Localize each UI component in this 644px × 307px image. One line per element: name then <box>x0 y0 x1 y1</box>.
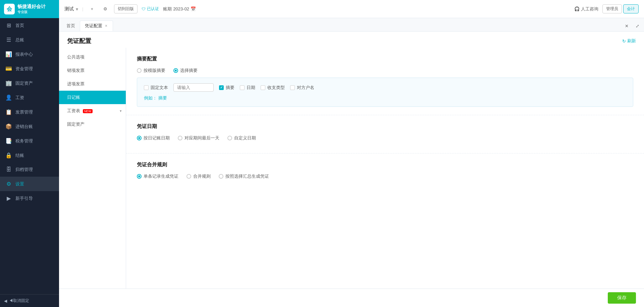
page: 凭证配置 ↻ 刷新 公共选项 销项发票 进项发票 <box>59 32 644 307</box>
sidebar-logo: 会 畅捷通好会计 专业版 <box>0 0 59 18</box>
radio-select-circle <box>173 68 178 73</box>
nav-item-purchase[interactable]: 进项发票 <box>59 77 126 91</box>
radio-select-summary[interactable]: 选择摘要 <box>173 68 198 74</box>
income-type-checkbox-box <box>261 85 265 90</box>
summary-section: 摘要配置 按模版摘要 选择摘要 <box>126 48 644 115</box>
user-group: 管理员 会计 <box>602 4 639 13</box>
sidebar-item-asset[interactable]: 🏢 固定资产 <box>0 76 59 90</box>
tabbar: 首页 凭证配置 × ✕ ⤢ <box>59 18 644 32</box>
content-area: 凭证配置 ↻ 刷新 公共选项 销项发票 进项发票 <box>59 32 644 307</box>
sidebar-item-home[interactable]: ⊞ 首页 <box>0 18 59 33</box>
sidebar-item-trade[interactable]: 📦 进销台账 <box>0 119 59 134</box>
merge-radio-group: 单条记录生成凭证 合并规则 按照选择汇总生成凭证 <box>137 173 633 179</box>
calendar-icon[interactable]: 📅 <box>191 6 196 11</box>
ledger-icon: ☰ <box>5 37 12 43</box>
tax-icon: 📑 <box>5 138 12 144</box>
counterparty-checkbox-box <box>290 85 295 90</box>
checkbox-summary[interactable]: 摘要 <box>219 85 234 91</box>
dropdown-arrow-icon: ▾ <box>76 6 78 12</box>
page-body: 公共选项 销项发票 进项发票 日记账 工资表 NEW ▾ <box>59 48 644 289</box>
shield-icon: 🛡 <box>142 7 146 11</box>
checkbox-counterparty[interactable]: 对方户名 <box>290 85 314 91</box>
fixed-text-input[interactable] <box>173 83 214 92</box>
home-icon: ⊞ <box>5 22 12 29</box>
tab-expand-button[interactable]: ⤢ <box>633 22 641 30</box>
user-button[interactable]: 管理员 <box>602 4 622 13</box>
nav-item-fixed-asset[interactable]: 固定资产 <box>59 118 126 131</box>
fixed-text-checkbox-box <box>144 85 149 90</box>
checkbox-fixed-text[interactable]: 固定文本 <box>144 85 168 91</box>
nav-item-payroll-table[interactable]: 工资表 NEW ▾ <box>59 104 126 118</box>
date-radio-group: 按日记账日期 对应期间最后一天 自定义日期 <box>137 135 633 141</box>
date-section-title: 凭证日期 <box>137 123 633 130</box>
guide-icon: ▶ <box>5 195 12 202</box>
single-record-radio-circle <box>137 174 142 179</box>
radio-template-summary[interactable]: 按模版摘要 <box>137 68 165 74</box>
invoice-icon: 📋 <box>5 109 12 115</box>
sidebar-item-tax[interactable]: 📑 税务管理 <box>0 134 59 148</box>
tab-close-window-button[interactable]: ✕ <box>623 22 631 30</box>
tab-close-button[interactable]: × <box>104 24 108 28</box>
sidebar-item-payroll[interactable]: 👤 工资 <box>0 90 59 105</box>
checkbox-date[interactable]: 日期 <box>240 85 255 91</box>
cancel-fixed-button[interactable]: ◀ ◀取消固定 <box>0 294 59 307</box>
summary-config-row: 固定文本 摘要 日期 <box>144 83 626 92</box>
asset-icon: 🏢 <box>5 80 12 86</box>
radio-single-record[interactable]: 单条记录生成凭证 <box>137 173 178 179</box>
radio-period-last[interactable]: 对应期间最后一天 <box>178 135 219 141</box>
sidebar-item-archive[interactable]: 🗄 归档管理 <box>0 163 59 177</box>
sidebar-item-guide[interactable]: ▶ 新手引导 <box>0 191 59 206</box>
settings-gear-button[interactable]: ⚙ <box>101 4 110 14</box>
refresh-button[interactable]: ↻ 刷新 <box>622 38 636 44</box>
custom-date-radio-circle <box>227 136 232 140</box>
date-checkbox-box <box>240 85 245 90</box>
date-section: 凭证日期 按日记账日期 对应期间最后一天 <box>126 115 644 154</box>
add-button[interactable]: + <box>87 4 97 14</box>
archive-icon: 🗄 <box>5 167 12 173</box>
radio-template-circle <box>137 68 142 73</box>
topbar-right: 🎧 人工咨询 管理员 会计 <box>574 4 639 13</box>
new-badge: NEW <box>83 109 93 113</box>
page-footer: 保存 <box>59 289 644 307</box>
sidebar-item-close[interactable]: 🔒 结账 <box>0 148 59 163</box>
merge-rule-radio-circle <box>186 174 191 179</box>
summary-checkbox-box <box>219 85 224 90</box>
sidebar-item-fund[interactable]: 💳 资金管理 <box>0 61 59 76</box>
sidebar-item-invoice[interactable]: 📋 发票管理 <box>0 105 59 119</box>
sidebar-item-ledger[interactable]: ☰ 总账 <box>0 33 59 47</box>
trade-icon: 📦 <box>5 123 12 130</box>
example-row: 例如： 摘要 <box>144 95 626 101</box>
payroll-icon: 👤 <box>5 94 12 101</box>
report-icon: 📊 <box>5 51 12 57</box>
topbar-divider: | <box>82 6 83 11</box>
close-account-icon: 🔒 <box>5 152 12 159</box>
nav-item-public[interactable]: 公共选项 <box>59 50 126 64</box>
summary-section-title: 摘要配置 <box>137 56 633 62</box>
topbar-period: 账期 2023-02 📅 <box>163 6 196 12</box>
headset-icon: 🎧 <box>574 6 580 11</box>
merge-section-title: 凭证合并规则 <box>137 162 633 168</box>
logo-sub-text: 专业版 <box>17 10 46 14</box>
nav-item-journal[interactable]: 日记账 <box>59 91 126 104</box>
consult-button[interactable]: 🎧 人工咨询 <box>574 6 598 12</box>
sidebar-item-report[interactable]: 📊 报表中心 <box>0 47 59 61</box>
save-button[interactable]: 保存 <box>608 292 636 304</box>
refresh-icon: ↻ <box>622 39 626 44</box>
radio-journal-date[interactable]: 按日记账日期 <box>137 135 170 141</box>
summary-config-box: 固定文本 摘要 日期 <box>137 78 633 107</box>
summary-radio-group: 按模版摘要 选择摘要 <box>137 68 633 74</box>
nav-item-sales[interactable]: 销项发票 <box>59 64 126 77</box>
cancel-fixed-icon: ◀ <box>4 299 7 303</box>
topbar: 测试 ▾ | + ⚙ 切到旧版 🛡 已认证 账期 2023-02 📅 🎧 人工咨… <box>59 0 644 18</box>
checkbox-income-type[interactable]: 收支类型 <box>261 85 285 91</box>
radio-select-merge[interactable]: 按照选择汇总生成凭证 <box>219 173 269 179</box>
sidebar-item-settings[interactable]: ⚙ 设置 <box>0 177 59 191</box>
main-area: 测试 ▾ | + ⚙ 切到旧版 🛡 已认证 账期 2023-02 📅 🎧 人工咨… <box>59 0 644 307</box>
radio-custom-date[interactable]: 自定义日期 <box>227 135 256 141</box>
tab-voucher-config[interactable]: 凭证配置 × <box>80 20 113 31</box>
radio-merge-rule[interactable]: 合并规则 <box>186 173 211 179</box>
switch-old-button[interactable]: 切到旧版 <box>114 4 138 13</box>
topbar-project[interactable]: 测试 ▾ <box>64 6 78 12</box>
accountant-button[interactable]: 会计 <box>623 4 639 13</box>
tab-home[interactable]: 首页 <box>62 20 80 31</box>
